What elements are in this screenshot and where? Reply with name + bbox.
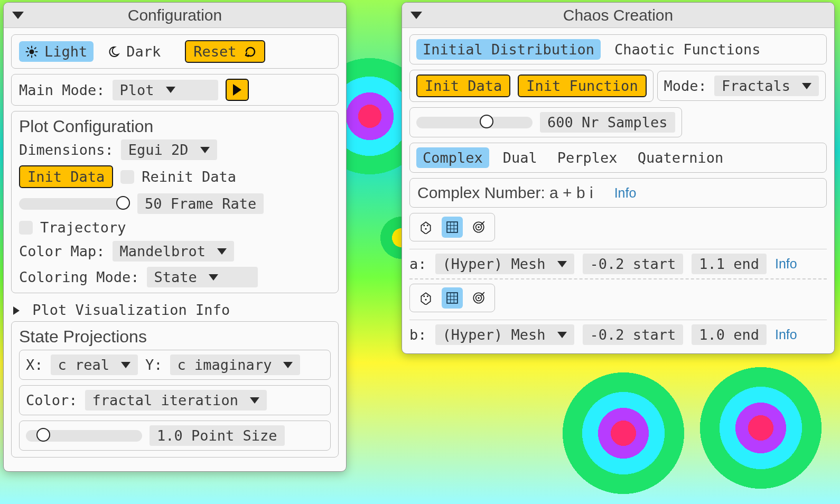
initial-distribution-tab[interactable]: Initial Distribution <box>416 39 601 60</box>
svg-line-5 <box>27 48 29 49</box>
point-size-value[interactable]: 1.0 Point Size <box>150 425 285 446</box>
chevron-down-icon <box>250 397 259 404</box>
param-a-dist-dropdown[interactable]: (Hyper) Mesh <box>435 254 574 274</box>
state-projections-title: State Projections <box>19 327 331 347</box>
configuration-panel: Configuration Light Dark Reset <box>3 2 347 472</box>
chevron-down-icon <box>200 147 210 153</box>
color-map-dropdown[interactable]: Mandelbrot <box>113 241 235 262</box>
main-mode-dropdown[interactable]: Plot <box>113 80 218 100</box>
param-separator <box>409 278 827 281</box>
theme-light-label: Light <box>44 43 87 60</box>
dimensions-value: Egui 2D <box>128 142 189 158</box>
param-a-info-link[interactable]: Info <box>775 256 797 272</box>
samples-frame: 600 Nr Samples <box>409 107 682 137</box>
svg-line-7 <box>27 54 29 55</box>
y-axis-dropdown[interactable]: c imaginary <box>170 354 301 375</box>
chaos-panel-header: Chaos Creation <box>402 3 834 28</box>
grid-icon[interactable] <box>442 217 463 238</box>
frame-rate-slider[interactable] <box>19 198 130 210</box>
y-axis-value: c imaginary <box>178 357 272 373</box>
svg-point-11 <box>425 228 426 230</box>
chevron-down-icon <box>166 87 175 93</box>
distribution-tabs-frame: Initial Distribution Chaotic Functions <box>409 34 827 64</box>
svg-line-8 <box>35 48 36 49</box>
number-type-perplex-tab[interactable]: Perplex <box>551 147 624 168</box>
theme-reset-frame: Light Dark Reset <box>11 34 339 69</box>
complex-info-link[interactable]: Info <box>614 185 637 201</box>
chevron-down-icon <box>802 83 811 89</box>
chaos-init-data-button[interactable]: Init Data <box>416 74 510 97</box>
plot-visualization-info-toggle[interactable]: Plot Visualization Info <box>11 298 339 321</box>
dimensions-label: Dimensions: <box>19 142 114 158</box>
point-size-slider[interactable] <box>26 430 142 442</box>
svg-point-19 <box>478 226 479 228</box>
mode-frame: Mode: Fractals <box>657 71 826 101</box>
main-mode-value: Plot <box>120 82 154 98</box>
trajectory-label: Trajectory <box>40 219 126 236</box>
dice-icon[interactable] <box>415 217 436 238</box>
reinit-data-checkbox[interactable] <box>120 170 134 184</box>
coloring-mode-label: Coloring Mode: <box>19 269 139 285</box>
color-label: Color: <box>26 392 78 408</box>
dice-icon[interactable] <box>415 287 436 309</box>
mode-dropdown[interactable]: Fractals <box>714 76 819 96</box>
number-type-dual-tab[interactable]: Dual <box>497 147 544 168</box>
plot-visualization-info-label: Plot Visualization Info <box>32 302 230 318</box>
color-selection-frame: Color: fractal iteration <box>19 385 331 415</box>
samples-value[interactable]: 600 Nr Samples <box>540 112 675 133</box>
param-b-info-link[interactable]: Info <box>775 327 797 342</box>
svg-rect-24 <box>447 293 458 303</box>
param-a-icon-toolbar <box>409 213 495 241</box>
dimensions-dropdown[interactable]: Egui 2D <box>121 139 217 160</box>
samples-slider[interactable] <box>416 117 533 128</box>
svg-point-10 <box>427 225 428 226</box>
init-buttons-frame: Init Data Init Function <box>409 70 654 102</box>
init-data-label: Init Data <box>27 169 105 185</box>
moon-icon <box>107 45 120 58</box>
param-b-dist-value: (Hyper) Mesh <box>443 326 546 343</box>
reset-button[interactable]: Reset <box>185 40 265 63</box>
chevron-down-icon <box>557 332 567 338</box>
param-a-start-value[interactable]: -0.2 start <box>583 254 684 274</box>
collapse-chaos-icon[interactable] <box>410 12 422 19</box>
initial-distribution-label: Initial Distribution <box>423 41 594 58</box>
state-projections-frame: State Projections X: c real Y: c imagina… <box>11 321 339 458</box>
reinit-data-label: Reinit Data <box>142 169 236 185</box>
trajectory-checkbox[interactable] <box>19 221 33 235</box>
init-data-button[interactable]: Init Data <box>19 165 113 188</box>
target-icon[interactable] <box>468 217 489 238</box>
target-icon[interactable] <box>468 287 489 309</box>
theme-light-tab[interactable]: Light <box>19 41 94 62</box>
chevron-down-icon <box>209 274 218 281</box>
play-icon <box>233 84 241 96</box>
svg-point-22 <box>427 295 428 297</box>
chaos-init-function-button[interactable]: Init Function <box>518 74 646 97</box>
x-axis-dropdown[interactable]: c real <box>51 354 138 375</box>
svg-rect-12 <box>447 222 458 232</box>
collapse-configuration-icon[interactable] <box>12 12 24 19</box>
coloring-mode-dropdown[interactable]: State <box>147 267 258 287</box>
chaotic-functions-tab[interactable]: Chaotic Functions <box>608 39 767 60</box>
svg-point-0 <box>30 49 34 54</box>
play-button[interactable] <box>226 79 249 101</box>
param-b-start-value[interactable]: -0.2 start <box>583 324 684 345</box>
param-b-dist-dropdown[interactable]: (Hyper) Mesh <box>435 324 574 345</box>
frame-rate-value[interactable]: 50 Frame Rate <box>137 193 264 214</box>
number-type-quaternion-tab[interactable]: Quaternion <box>631 147 730 168</box>
number-type-complex-tab[interactable]: Complex <box>416 147 489 168</box>
grid-icon[interactable] <box>442 287 463 309</box>
color-value: fractal iteration <box>92 392 238 408</box>
mode-label: Mode: <box>664 78 707 94</box>
theme-dark-tab[interactable]: Dark <box>101 41 167 62</box>
color-dropdown[interactable]: fractal iteration <box>85 390 267 410</box>
param-a-dist-value: (Hyper) Mesh <box>443 256 546 272</box>
main-mode-label: Main Mode: <box>19 82 105 98</box>
coloring-mode-value: State <box>154 269 197 285</box>
chaotic-functions-label: Chaotic Functions <box>614 41 760 58</box>
param-b-end-value[interactable]: 1.0 end <box>692 324 767 345</box>
param-a-end-value[interactable]: 1.1 end <box>692 254 767 274</box>
plot-configuration-frame: Plot Configuration Dimensions: Egui 2D I… <box>11 111 339 293</box>
svg-point-9 <box>423 225 425 226</box>
color-map-value: Mandelbrot <box>120 243 206 259</box>
chevron-down-icon <box>121 362 130 368</box>
